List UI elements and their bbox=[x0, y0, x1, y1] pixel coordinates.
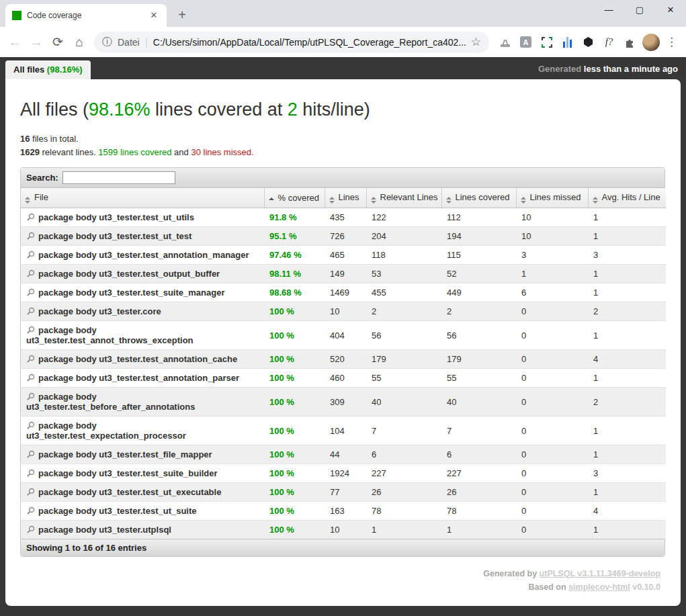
numeric-cell: 163 bbox=[325, 502, 366, 521]
magnifier-icon bbox=[26, 355, 35, 363]
numeric-cell: 44 bbox=[325, 445, 366, 464]
numeric-cell: 1 bbox=[588, 369, 666, 388]
file-link[interactable]: package body ut3_tester.test_expectation… bbox=[21, 416, 264, 445]
file-link[interactable]: package body ut3_tester.test_ut_test bbox=[21, 227, 264, 246]
close-button[interactable]: ✕ bbox=[655, 0, 686, 20]
percent-covered-cell: 100 % bbox=[264, 483, 325, 502]
file-link[interactable]: package body ut3_tester.utplsql bbox=[21, 521, 264, 539]
table-row: package body ut3_tester.test_output_buff… bbox=[21, 265, 666, 283]
numeric-cell: 2 bbox=[366, 302, 441, 321]
coverage-table-body: package body ut3_tester.test_ut_utils91.… bbox=[21, 208, 666, 539]
info-icon[interactable]: ⓘ bbox=[102, 36, 112, 48]
forward-icon[interactable]: → bbox=[27, 33, 46, 52]
browser-tab[interactable]: Code coverage ✕ bbox=[5, 4, 167, 27]
numeric-cell: 104 bbox=[325, 416, 366, 445]
numeric-cell: 149 bbox=[325, 265, 366, 283]
table-row: package body ut3_tester.test_suite_build… bbox=[21, 464, 666, 483]
numeric-cell: 460 bbox=[325, 369, 366, 388]
table-row: package body ut3_tester.utplsql100 %1011… bbox=[21, 521, 666, 539]
numeric-cell: 10 bbox=[325, 302, 366, 321]
table-row: package body ut3_tester.test_annotation_… bbox=[21, 246, 666, 265]
file-name: package body ut3_tester.test_annotation_… bbox=[38, 373, 239, 383]
cube-extension-icon[interactable] bbox=[579, 33, 597, 51]
url-text[interactable]: C:/Users/simon/AppData/Local/Temp/utPLSQ… bbox=[153, 37, 466, 48]
numeric-cell: 404 bbox=[325, 321, 366, 350]
files-total-line: 16 files in total. bbox=[20, 132, 666, 146]
back-icon[interactable]: ← bbox=[5, 33, 24, 52]
all-files-tab-percent: (98.16%) bbox=[47, 64, 83, 75]
tab-close-icon[interactable]: ✕ bbox=[148, 9, 160, 21]
table-row: package body ut3_tester.test_suite_manag… bbox=[21, 283, 666, 302]
numeric-cell: 1 bbox=[588, 208, 666, 227]
simplecov-link[interactable]: simplecov-html bbox=[568, 582, 630, 592]
pdf-extension-icon[interactable]: A bbox=[517, 33, 535, 51]
file-link[interactable]: package body ut3_tester.test_ut_suite bbox=[21, 502, 264, 521]
file-link[interactable]: package body ut3_tester.test_annotation_… bbox=[21, 369, 264, 388]
file-link[interactable]: package body ut3_tester.test_suite_manag… bbox=[21, 283, 264, 302]
stamp-extension-icon[interactable] bbox=[496, 33, 514, 51]
sort-asc-icon bbox=[269, 197, 274, 200]
numeric-cell: 1 bbox=[588, 416, 666, 445]
browser-menu-icon[interactable]: ⋮ bbox=[662, 33, 681, 51]
search-label: Search: bbox=[26, 173, 58, 183]
file-link[interactable]: package body ut3_tester.test_suite_build… bbox=[21, 464, 264, 483]
magnifier-icon bbox=[26, 469, 35, 478]
numeric-cell: 0 bbox=[516, 302, 588, 321]
table-header-row: File% coveredLinesRelevant LinesLines co… bbox=[21, 188, 666, 208]
table-row: package body ut3_tester.test_annot_throw… bbox=[21, 321, 666, 350]
file-link[interactable]: package body ut3_tester.test_ut_utils bbox=[21, 208, 264, 227]
column-header-lines-covered[interactable]: Lines covered bbox=[441, 188, 516, 208]
maximize-button[interactable]: ▢ bbox=[624, 0, 655, 20]
file-link[interactable]: package body ut3_tester.test_before_afte… bbox=[21, 388, 264, 416]
percent-covered-cell: 97.46 % bbox=[264, 246, 325, 265]
address-bar[interactable]: ⓘ Datei | C:/Users/simon/AppData/Local/T… bbox=[94, 32, 489, 53]
function-extension-icon[interactable]: f? bbox=[600, 33, 618, 51]
column-header--covered[interactable]: % covered bbox=[264, 188, 325, 208]
minimize-button[interactable]: — bbox=[593, 0, 624, 20]
utplsql-link[interactable]: utPLSQL v3.1.11.3469-develop bbox=[540, 569, 660, 578]
file-name: package body ut3_tester.test_ut_utils bbox=[38, 212, 194, 222]
numeric-cell: 0 bbox=[516, 388, 588, 416]
sort-both-icon bbox=[329, 197, 335, 204]
bar-chart-extension-icon[interactable] bbox=[558, 33, 576, 51]
numeric-cell: 1 bbox=[441, 521, 516, 539]
file-link[interactable]: package body ut3_tester.test_ut_executab… bbox=[21, 483, 264, 502]
file-link[interactable]: package body ut3_tester.test_file_mapper bbox=[21, 445, 264, 464]
numeric-cell: 1 bbox=[588, 521, 666, 539]
file-link[interactable]: package body ut3_tester.core bbox=[21, 302, 264, 321]
column-header-lines-missed[interactable]: Lines missed bbox=[516, 188, 588, 208]
column-header-lines[interactable]: Lines bbox=[325, 188, 366, 208]
numeric-cell: 53 bbox=[366, 265, 441, 283]
extensions-puzzle-icon[interactable] bbox=[621, 33, 639, 51]
percent-covered-cell: 100 % bbox=[264, 464, 325, 483]
numeric-cell: 435 bbox=[325, 208, 366, 227]
search-input[interactable] bbox=[62, 171, 175, 184]
numeric-cell: 455 bbox=[366, 283, 441, 302]
bookmark-star-icon[interactable]: ☆ bbox=[471, 35, 481, 49]
magnifier-icon bbox=[26, 213, 35, 222]
home-icon[interactable]: ⌂ bbox=[70, 33, 89, 52]
magnifier-icon bbox=[26, 507, 35, 515]
screenshot-frame-icon[interactable] bbox=[538, 33, 556, 51]
numeric-cell: 0 bbox=[516, 502, 588, 521]
file-link[interactable]: package body ut3_tester.test_annot_throw… bbox=[21, 321, 264, 350]
numeric-cell: 10 bbox=[516, 227, 588, 246]
magnifier-icon bbox=[26, 269, 35, 278]
column-header-file[interactable]: File bbox=[21, 188, 264, 208]
all-files-tab[interactable]: All files (98.16%) bbox=[5, 60, 91, 79]
file-link[interactable]: package body ut3_tester.test_annotation_… bbox=[21, 246, 264, 265]
percent-covered-cell: 100 % bbox=[264, 369, 325, 388]
table-row: package body ut3_tester.test_ut_test95.1… bbox=[21, 227, 666, 246]
numeric-cell: 1 bbox=[516, 265, 588, 283]
column-header-relevant-lines[interactable]: Relevant Lines bbox=[366, 188, 441, 208]
profile-avatar[interactable] bbox=[642, 33, 660, 51]
file-link[interactable]: package body ut3_tester.test_output_buff… bbox=[21, 265, 264, 283]
numeric-cell: 0 bbox=[516, 445, 588, 464]
sort-both-icon bbox=[521, 197, 526, 204]
new-tab-button[interactable]: + bbox=[173, 7, 191, 23]
numeric-cell: 6 bbox=[366, 445, 441, 464]
file-link[interactable]: package body ut3_tester.test_annotation_… bbox=[21, 350, 264, 369]
report-card: All files (98.16% lines covered at 2 hit… bbox=[5, 79, 681, 606]
refresh-icon[interactable]: ⟳ bbox=[48, 33, 67, 52]
column-header-avg-hits-line[interactable]: Avg. Hits / Line bbox=[588, 188, 666, 208]
